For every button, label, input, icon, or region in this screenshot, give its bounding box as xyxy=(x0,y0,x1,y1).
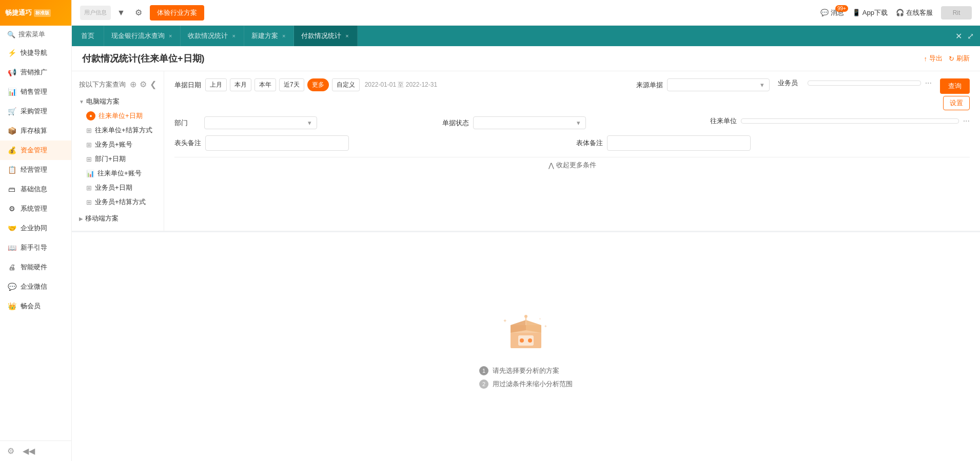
query-action-area: 查询 设置 xyxy=(940,78,970,110)
tab-home-label: 首页 xyxy=(81,31,94,41)
mobile-scheme-title[interactable]: ▶ 移动端方案 xyxy=(72,211,164,226)
expand-tab-btn[interactable]: ⤢ xyxy=(966,30,975,42)
scheme-header-label: 按以下方案查询 xyxy=(79,80,126,89)
header-note-input[interactable] xyxy=(205,135,349,151)
collapse-btn[interactable]: ⋀ 收起更多条件 xyxy=(174,157,970,173)
sidebar-item-purchase[interactable]: 🛒 采购管理 xyxy=(0,102,71,121)
app-download-link[interactable]: 📱 App下载 xyxy=(852,8,888,17)
sidebar-item-shortcut[interactable]: ⚡ 快捷导航 xyxy=(0,43,71,63)
sidebar-item-label: 基础信息 xyxy=(21,185,47,194)
sidebar-item-guide[interactable]: 📖 新手引导 xyxy=(0,238,71,257)
notification-area[interactable]: 💬 消息 99+ xyxy=(820,8,844,17)
sidebar-item-wechat[interactable]: 💬 企业微信 xyxy=(0,277,71,296)
add-scheme-btn[interactable]: ⊕ xyxy=(130,79,136,89)
logo-text: 畅捷通巧 xyxy=(5,8,32,17)
export-btn[interactable]: ↑ 导出 xyxy=(924,54,943,63)
tab-bank-close[interactable]: × xyxy=(168,33,173,39)
scheme-item-label: 往来单位+结算方式 xyxy=(95,126,152,135)
header-note-label: 表头备注 xyxy=(174,138,201,148)
tab-payment[interactable]: 付款情况统计 × xyxy=(294,26,357,46)
salesman-select[interactable] xyxy=(808,81,921,86)
sidebar-item-label: 畅会员 xyxy=(21,302,41,311)
message-icon: 💬 xyxy=(820,9,829,16)
date-btn-this-year[interactable]: 本年 xyxy=(254,78,276,91)
scheme-item-1[interactable]: ⊞ 往来单位+结算方式 xyxy=(72,123,164,137)
scheme-item-label: 业务员+日期 xyxy=(95,183,132,192)
tip-1-text: 请先选择要分析的方案 xyxy=(493,366,559,375)
notification-count: 99+ xyxy=(835,5,848,12)
sidebar-item-operations[interactable]: 📋 经营管理 xyxy=(0,160,71,179)
sidebar-item-inventory[interactable]: 📦 库存核算 xyxy=(0,121,71,141)
customer-service-link[interactable]: 🎧 在线客服 xyxy=(896,8,933,17)
date-btn-last-month[interactable]: 上月 xyxy=(205,78,227,91)
date-btn-this-month[interactable]: 本月 xyxy=(230,78,251,91)
tab-new[interactable]: 新建方案 × xyxy=(244,26,294,46)
date-btn-custom[interactable]: 自定义 xyxy=(332,78,360,91)
sidebar-item-hardware[interactable]: 🖨 智能硬件 xyxy=(0,257,71,277)
pc-scheme-title[interactable]: ▼ 电脑端方案 xyxy=(72,94,164,109)
sidebar-search[interactable]: 🔍 搜索菜单 xyxy=(0,26,71,43)
body-note-label: 表体备注 xyxy=(576,138,603,148)
scheme-table-icon: ⊞ xyxy=(86,141,92,149)
sidebar-item-system[interactable]: ⚙ 系统管理 xyxy=(0,199,71,218)
scheme-item-4[interactable]: 📊 往来单位+账号 xyxy=(72,166,164,181)
query-btn[interactable]: 查询 xyxy=(940,78,970,94)
date-range-display: 2022-01-01 至 2022-12-31 xyxy=(365,81,437,89)
status-dropdown-icon: ▾ xyxy=(577,119,580,127)
main-area: 用户信息 ▼ ⚙ 体验行业方案 💬 消息 99+ 📱 App下载 🎧 在线客服 … xyxy=(72,0,980,461)
sidebar-item-member[interactable]: 👑 畅会员 xyxy=(0,296,71,316)
collapse-sidebar-icon[interactable]: ◀◀ xyxy=(23,446,35,456)
hardware-icon: 🖨 xyxy=(7,263,16,272)
manage-scheme-btn[interactable]: ⚙ xyxy=(140,79,147,89)
filter-group-dept: 部门 ▾ xyxy=(174,116,434,129)
source-dropdown-icon: ▾ xyxy=(760,81,764,89)
tab-new-close[interactable]: × xyxy=(281,33,286,39)
source-select[interactable]: ▾ xyxy=(667,78,770,91)
search-label: 搜索菜单 xyxy=(18,30,45,39)
close-all-tabs-btn[interactable]: ✕ xyxy=(954,30,963,42)
header-left: 用户信息 ▼ ⚙ 体验行业方案 xyxy=(80,5,204,21)
scheme-item-5[interactable]: ⊞ 业务员+日期 xyxy=(72,181,164,195)
scheme-item-0[interactable]: ● 往来单位+日期 xyxy=(72,109,164,123)
tab-receipt-close[interactable]: × xyxy=(231,33,236,39)
sidebar-item-finance[interactable]: 💰 资金管理 xyxy=(0,141,71,160)
user-display-text: Rit xyxy=(953,9,961,16)
date-btn-more[interactable]: 更多 xyxy=(307,78,329,91)
scheme-table-icon: ⊞ xyxy=(86,198,92,206)
header: 用户信息 ▼ ⚙ 体验行业方案 💬 消息 99+ 📱 App下载 🎧 在线客服 … xyxy=(72,0,980,26)
status-select[interactable]: ▾ xyxy=(473,116,586,129)
tab-receipt[interactable]: 收款情况统计 × xyxy=(181,26,244,46)
header-settings-btn[interactable]: ⚙ xyxy=(131,6,146,20)
sidebar-item-enterprise[interactable]: 🤝 企业协同 xyxy=(0,218,71,238)
counterparty-select[interactable] xyxy=(741,118,959,124)
refresh-btn[interactable]: ↻ 刷新 xyxy=(949,54,970,63)
scheme-table-icon: ⊞ xyxy=(86,127,92,134)
filter-group-date: 单据日期 上月 本月 本年 近7天 更多 自定义 2022-01-01 至 20… xyxy=(174,78,628,91)
tab-payment-close[interactable]: × xyxy=(344,33,349,39)
tab-home[interactable]: 首页 xyxy=(72,26,104,46)
settings-link[interactable]: 设置 xyxy=(943,96,970,110)
app-icon: 📱 xyxy=(852,9,860,16)
collapse-scheme-btn[interactable]: ❮ xyxy=(150,79,156,89)
scheme-item-6[interactable]: ⊞ 业务员+结算方式 xyxy=(72,195,164,209)
sidebar-item-sales[interactable]: 📊 销售管理 xyxy=(0,82,71,102)
finance-icon: 💰 xyxy=(7,146,16,155)
tab-bank[interactable]: 现金银行流水查询 × xyxy=(104,26,181,46)
scheme-item-2[interactable]: ⊞ 业务员+账号 xyxy=(72,137,164,152)
counterparty-more-btn[interactable]: ··· xyxy=(963,116,970,126)
date-btn-7days[interactable]: 近7天 xyxy=(279,78,304,91)
header-dropdown-btn[interactable]: ▼ xyxy=(115,7,127,19)
scheme-item-3[interactable]: ⊞ 部门+日期 xyxy=(72,152,164,166)
tip-2-text: 用过滤条件来缩小分析范围 xyxy=(493,379,573,389)
empty-tips: 1 请先选择要分析的方案 2 用过滤条件来缩小分析范围 xyxy=(479,366,573,389)
salesman-more-btn[interactable]: ··· xyxy=(925,78,932,88)
operations-icon: 📋 xyxy=(7,165,16,174)
sidebar-item-basic[interactable]: 🗃 基础信息 xyxy=(0,179,71,199)
settings-bottom-icon[interactable]: ⚙ xyxy=(7,446,14,456)
tip-num-2: 2 xyxy=(479,379,488,389)
filter-group-counterparty: 往来单位 ··· xyxy=(710,116,970,126)
body-note-input[interactable] xyxy=(607,135,751,151)
sidebar-item-marketing[interactable]: 📢 营销推广 xyxy=(0,63,71,82)
try-industry-btn[interactable]: 体验行业方案 xyxy=(150,5,204,21)
dept-select[interactable]: ▾ xyxy=(204,116,317,129)
